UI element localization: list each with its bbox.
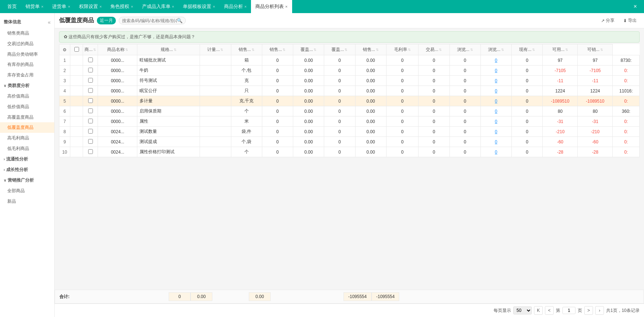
first-page-button[interactable]: K bbox=[534, 306, 543, 315]
sidebar-item-traded-goods[interactable]: 交易过的商品 bbox=[0, 39, 54, 49]
browse-link[interactable]: 0 bbox=[495, 78, 498, 83]
close-icon[interactable]: × bbox=[244, 4, 247, 9]
settings-column-header[interactable]: ⚙ bbox=[59, 44, 70, 55]
nav-home[interactable]: 首页 bbox=[3, 0, 21, 13]
search-input[interactable] bbox=[122, 18, 177, 23]
name-cell: 启用保质期 bbox=[137, 106, 200, 116]
cover1-cell: 0 bbox=[324, 96, 355, 106]
browse-link[interactable]: 0 bbox=[495, 68, 498, 73]
row-checkbox[interactable] bbox=[88, 58, 93, 62]
time-filter-button[interactable]: 近一月 bbox=[97, 17, 116, 24]
sale3-column-header[interactable]: 销售...⇅ bbox=[355, 44, 386, 55]
unit-column-header[interactable]: 计量...⇅ bbox=[200, 44, 231, 55]
close-icon[interactable]: × bbox=[68, 4, 70, 9]
window-close-button[interactable]: × bbox=[629, 1, 641, 12]
sidebar-section-flow[interactable]: › 流通性分析 bbox=[0, 154, 54, 165]
select-all-checkbox[interactable] bbox=[74, 47, 79, 52]
gross-margin-cell: 0 bbox=[419, 66, 449, 76]
trade-cell: 0 bbox=[449, 116, 480, 127]
browse2-column-header[interactable]: 浏览...⇅ bbox=[480, 44, 511, 55]
nav-role-auth[interactable]: 角色授权 × bbox=[106, 0, 137, 13]
cover1-column-header[interactable]: 覆盖...⇅ bbox=[293, 44, 324, 55]
close-icon[interactable]: × bbox=[285, 4, 287, 9]
next-page-button[interactable]: > bbox=[584, 306, 593, 315]
sale-count-column-header[interactable]: 销售...⇅ bbox=[231, 44, 262, 55]
export-button[interactable]: ⬇ 导出 bbox=[620, 16, 640, 25]
sale-amount-column-header[interactable]: 销售...⇅ bbox=[262, 44, 293, 55]
browse-link[interactable]: 0 bbox=[495, 119, 498, 124]
row-checkbox[interactable] bbox=[88, 139, 93, 144]
nav-permission-settings[interactable]: 权限设置 × bbox=[75, 0, 106, 13]
row-checkbox[interactable] bbox=[88, 98, 93, 103]
code-column-header[interactable]: 商...⇅ bbox=[83, 44, 98, 55]
saleable-column-header[interactable]: 可销...⇅ bbox=[578, 44, 613, 55]
row-checkbox[interactable] bbox=[88, 68, 93, 72]
browse-link[interactable]: 0 bbox=[495, 88, 498, 94]
close-icon[interactable]: × bbox=[41, 4, 43, 9]
spec-column-header[interactable]: 规格...⇅ bbox=[137, 44, 200, 55]
sale-count-cell: 0 bbox=[262, 96, 293, 106]
search-icon[interactable]: 🔍 bbox=[177, 18, 182, 23]
nav-goods-analysis[interactable]: 商品分析 × bbox=[220, 0, 251, 13]
browse-link[interactable]: 0 bbox=[495, 109, 498, 114]
data-table: ⚙ 商...⇅ 商品名称⇅ 规格...⇅ 计量...⇅ 销售...⇅ 销售...… bbox=[59, 44, 640, 157]
browse-link[interactable]: 0 bbox=[495, 150, 498, 155]
checkbox-column-header[interactable] bbox=[70, 44, 83, 55]
nav-template-settings[interactable]: 单据模板设置 × bbox=[178, 0, 219, 13]
close-icon[interactable]: × bbox=[213, 4, 215, 9]
sidebar-item-stocked-goods[interactable]: 有库存的商品 bbox=[0, 59, 54, 70]
browse-link[interactable]: 0 bbox=[495, 58, 498, 63]
close-icon[interactable]: × bbox=[131, 4, 133, 9]
cover1-cell: 0 bbox=[324, 106, 355, 116]
last-page-button[interactable]: › bbox=[595, 306, 604, 315]
sidebar-item-high-margin[interactable]: 高毛利商品 bbox=[0, 133, 54, 143]
nav-purchase-order[interactable]: 进货单 × bbox=[48, 0, 74, 13]
row-checkbox[interactable] bbox=[88, 119, 93, 123]
sidebar-collapse-button[interactable]: « bbox=[48, 19, 51, 25]
prev-page-button[interactable]: < bbox=[545, 306, 554, 315]
sidebar-item-new-goods[interactable]: 新品 bbox=[0, 196, 54, 207]
nav-sales-order[interactable]: 销货单 × bbox=[21, 0, 48, 13]
row-checkbox[interactable] bbox=[88, 88, 93, 93]
row-checkbox[interactable] bbox=[88, 149, 93, 154]
share-button[interactable]: ↗ 分享 bbox=[598, 16, 617, 25]
name-cell: 眠宝公仔 bbox=[137, 86, 200, 96]
browse-link[interactable]: 0 bbox=[495, 139, 498, 144]
code-cell: 0000... bbox=[98, 106, 137, 116]
sidebar-item-low-coverage[interactable]: 低覆盖度商品 bbox=[0, 122, 54, 133]
cover2-column-header[interactable]: 覆盖...⇅ bbox=[324, 44, 355, 55]
current-stock-cell: -60 bbox=[543, 137, 578, 147]
row-checkbox[interactable] bbox=[88, 78, 93, 83]
current-stock-column-header[interactable]: 现有...⇅ bbox=[512, 44, 543, 55]
sidebar-item-all-goods[interactable]: 全部商品 bbox=[0, 186, 54, 196]
sidebar-item-inventory-capital[interactable]: 库存资金占用 bbox=[0, 70, 54, 80]
sidebar-item-low-margin[interactable]: 低毛利商品 bbox=[0, 143, 54, 154]
sale-amount-cell: 0.00 bbox=[293, 76, 324, 86]
page-number-input[interactable] bbox=[562, 307, 576, 314]
browse-link[interactable]: 0 bbox=[495, 99, 498, 104]
sidebar-section-marketing[interactable]: ∨ 营销推广分析 bbox=[0, 175, 54, 186]
trade-column-header[interactable]: 交易...⇅ bbox=[419, 44, 449, 55]
close-icon[interactable]: × bbox=[99, 4, 102, 9]
browse-link[interactable]: 0 bbox=[495, 129, 498, 134]
browse1-column-header[interactable]: 浏览...⇅ bbox=[449, 44, 480, 55]
sidebar-section-growth[interactable]: › 成长性分析 bbox=[0, 165, 54, 175]
nav-finished-goods[interactable]: 产成品入库单 × bbox=[138, 0, 178, 13]
sidebar-item-low-value[interactable]: 低价值商品 bbox=[0, 102, 54, 112]
available-column-header[interactable]: 可用...⇅ bbox=[543, 44, 578, 55]
sidebar-item-category-turnover[interactable]: 商品分类动销率 bbox=[0, 49, 54, 60]
row-checkbox[interactable] bbox=[88, 108, 93, 113]
gross-margin-column-header[interactable]: 毛利率⇅ bbox=[386, 44, 418, 55]
sidebar-item-sales-goods[interactable]: 销售类商品 bbox=[0, 28, 54, 39]
sidebar-item-high-coverage[interactable]: 高覆盖度商品 bbox=[0, 112, 54, 123]
browse2-cell: 0 bbox=[512, 147, 543, 157]
name-column-header[interactable]: 商品名称⇅ bbox=[98, 44, 137, 55]
row-checkbox[interactable] bbox=[88, 129, 93, 134]
sale-amount-cell: 0.00 bbox=[293, 96, 324, 106]
sidebar-item-high-value[interactable]: 高价值商品 bbox=[0, 91, 54, 102]
nav-goods-analysis-list[interactable]: 商品分析列表 × bbox=[251, 0, 292, 13]
close-icon[interactable]: × bbox=[172, 4, 174, 9]
per-page-select[interactable]: 50 100 200 bbox=[513, 306, 532, 314]
saleable-cell: 360: bbox=[613, 106, 640, 116]
sidebar-section-quality[interactable]: ∨ 类群度分析 bbox=[0, 80, 54, 91]
